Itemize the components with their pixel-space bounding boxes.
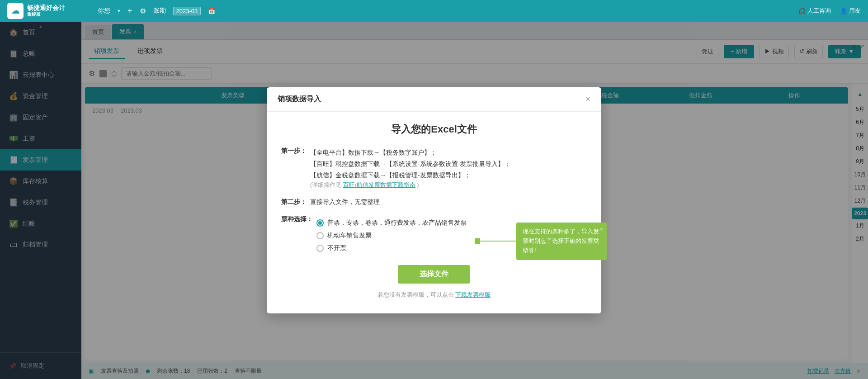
radio-normal-label: 普票，专票，卷票，通行费发票，农产品销售发票 xyxy=(327,219,467,227)
modal-close-btn[interactable]: × xyxy=(585,95,590,104)
radio-group: 普票，专票，卷票，通行费发票，农产品销售发票 机动车销售发票 × xyxy=(316,219,467,252)
gear-icon[interactable]: ⚙ xyxy=(140,7,146,15)
guide-link[interactable]: 百旺/航信发票数据下载指南 xyxy=(343,181,415,188)
calendar-icon[interactable]: 📅 xyxy=(208,8,215,14)
headphone-icon: 🎧 xyxy=(798,8,806,14)
step1-content: 【全电平台】数据下载→【税务数字账户】； 【百旺】税控盘数据下载→【系统设置-系… xyxy=(310,147,510,190)
topbar-user[interactable]: 你您 xyxy=(98,7,110,15)
step1-detail: (详细操作见 百旺/航信发票数据下载指南 ) xyxy=(310,181,510,189)
user-info[interactable]: 👤 用友 xyxy=(840,7,861,15)
logo-icon: ☁ xyxy=(7,3,24,19)
select-file-btn[interactable]: 选择文件 xyxy=(398,265,470,284)
ticket-row: 票种选择： 普票，专票，卷票，通行费发票，农产品销售发票 机动车销售 xyxy=(281,215,587,252)
step1-line3: 【航信】金税盘数据下载→【报税管理-发票数据导出】； xyxy=(310,170,510,181)
dropdown-arrow-icon[interactable]: ▾ xyxy=(118,8,120,14)
ticket-label: 票种选择： xyxy=(281,215,313,223)
step1-line2: 【百旺】税控盘数据下载→【系统设置-系统参数设置-发票批量导入】； xyxy=(310,158,510,170)
modal-title: 销项数据导入 xyxy=(278,95,321,104)
step1-section: 第一步： 【全电平台】数据下载→【税务数字账户】； 【百旺】税控盘数据下载→【系… xyxy=(281,147,587,190)
add-icon[interactable]: + xyxy=(127,6,132,16)
tooltip-box: × 现在支持的票种多了，导入发票时别忘了选择正确的发票类型呀! xyxy=(516,223,607,260)
service-btn[interactable]: 🎧 人工咨询 xyxy=(798,7,831,15)
user-icon: 👤 xyxy=(840,8,847,14)
download-template-link[interactable]: 下载发票模版 xyxy=(455,291,491,298)
step1-row: 第一步： 【全电平台】数据下载→【税务数字账户】； 【百旺】税控盘数据下载→【系… xyxy=(281,147,587,190)
tooltip-close-btn[interactable]: × xyxy=(600,225,603,234)
step2-label: 第二步： xyxy=(281,198,307,206)
step2-section: 第二步： 直接导入文件，无需整理 xyxy=(281,198,587,206)
step1-line1: 【全电平台】数据下载→【税务数字账户】； xyxy=(310,147,510,158)
import-modal: 销项数据导入 × 导入您的Excel文件 第一步： 【全电平台】数据下载→【税务… xyxy=(267,87,601,314)
tooltip-dot xyxy=(475,238,480,244)
tooltip-wrapper: × 现在支持的票种多了，导入发票时别忘了选择正确的发票类型呀! xyxy=(475,223,607,260)
modal-body: 导入您的Excel文件 第一步： 【全电平台】数据下载→【税务数字账户】； 【百… xyxy=(267,112,601,314)
modal-header: 销项数据导入 × xyxy=(267,87,601,112)
period-value[interactable]: 2023-03 xyxy=(173,7,201,15)
topbar-right: 🎧 人工咨询 👤 用友 xyxy=(798,7,861,15)
step1-label: 第一步： xyxy=(281,147,307,190)
period-label: 账期 xyxy=(153,7,166,15)
radio-none-circle xyxy=(316,245,324,252)
tooltip-text: 现在支持的票种多了，导入发票时别忘了选择正确的发票类型呀! xyxy=(523,228,599,254)
radio-none[interactable]: 不开票 xyxy=(316,244,467,252)
modal-overlay: 销项数据导入 × 导入您的Excel文件 第一步： 【全电平台】数据下载→【税务… xyxy=(0,22,868,379)
radio-none-label: 不开票 xyxy=(327,244,346,252)
topbar: ☁ 畅捷通好会计 旗舰版 你您 ▾ + ⚙ 账期 2023-03 📅 🎧 人工咨… xyxy=(0,0,868,22)
logo: ☁ 畅捷通好会计 旗舰版 xyxy=(7,3,89,19)
step2-content: 直接导入文件，无需整理 xyxy=(310,198,380,206)
radio-motor[interactable]: 机动车销售发票 × 现在支持的票种多了，导入发票时别忘了选择正确的发票类型呀! xyxy=(316,232,467,240)
modal-big-title: 导入您的Excel文件 xyxy=(281,123,587,136)
step2-row: 第二步： 直接导入文件，无需整理 xyxy=(281,198,587,206)
logo-text: 畅捷通好会计 xyxy=(27,4,65,12)
radio-motor-circle xyxy=(316,232,324,239)
radio-motor-label: 机动车销售发票 xyxy=(327,232,372,240)
topbar-center: 你您 ▾ + ⚙ 账期 2023-03 📅 xyxy=(89,6,798,16)
tooltip-line xyxy=(480,241,516,242)
modal-footer: 选择文件 xyxy=(281,265,587,284)
radio-normal[interactable]: 普票，专票，卷票，通行费发票，农产品销售发票 xyxy=(316,219,467,227)
radio-normal-circle xyxy=(316,219,324,227)
ticket-section: 票种选择： 普票，专票，卷票，通行费发票，农产品销售发票 机动车销售 xyxy=(281,215,587,252)
logo-sub: 旗舰版 xyxy=(27,11,65,18)
radio-normal-dot xyxy=(318,221,322,225)
modal-bottom-text: 若您没有发票模版，可以点击 下载发票模版 xyxy=(281,291,587,299)
